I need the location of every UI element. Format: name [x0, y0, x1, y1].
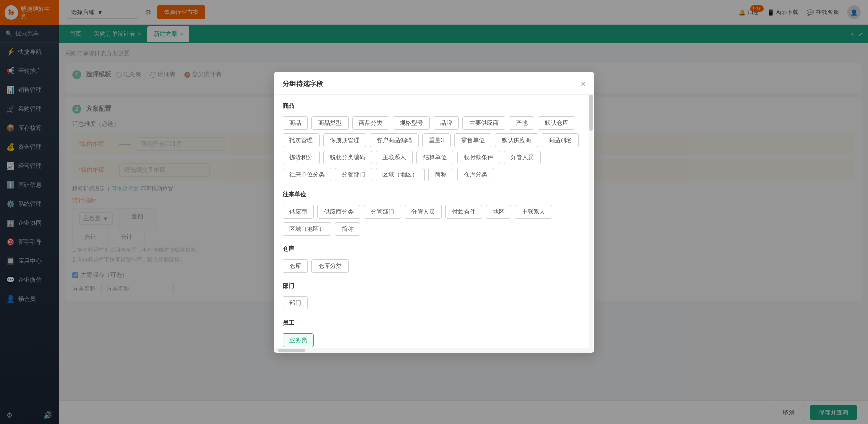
section-warehouse-title: 仓库: [283, 245, 585, 255]
field-tag[interactable]: 品牌: [434, 116, 459, 130]
section-department-title: 部门: [283, 282, 585, 292]
field-tag[interactable]: 供应商分类: [317, 205, 360, 219]
field-tag[interactable]: 付款条件: [445, 205, 482, 219]
field-tag[interactable]: 重量3: [422, 133, 451, 147]
goods-fields: 商品 商品类型 商品分类 规格型号 品牌 主要供应商 产地 默认仓库 批次管理 …: [283, 116, 585, 181]
field-tag[interactable]: 收付款条件: [457, 151, 500, 164]
field-tag[interactable]: 简称: [335, 222, 360, 236]
section-goods-title: 商品: [283, 102, 585, 112]
field-tag[interactable]: 税收分类编码: [323, 151, 372, 164]
field-tag[interactable]: 分管人员: [504, 151, 541, 164]
counterparty-fields: 供应商 供应商分类 分管部门 分管人员 付款条件 地区 主联系人 区域（地区） …: [283, 205, 585, 236]
section-goods: 商品 商品 商品类型 商品分类 规格型号 品牌 主要供应商 产地 默认仓库 批次…: [283, 102, 585, 181]
field-tag[interactable]: 商品类型: [311, 116, 349, 130]
field-tag[interactable]: 默认供应商: [495, 133, 538, 147]
dialog-scrollbar-track: [589, 95, 593, 348]
field-tag[interactable]: 区域（地区）: [376, 168, 425, 181]
field-tag[interactable]: 产地: [509, 116, 534, 130]
field-tag[interactable]: 批次管理: [283, 133, 320, 147]
section-counterparty: 往来单位 供应商 供应商分类 分管部门 分管人员 付款条件 地区 主联系人 区域…: [283, 191, 585, 236]
field-tag[interactable]: 零售单位: [454, 133, 491, 147]
section-warehouse: 仓库 仓库 仓库分类: [283, 245, 585, 273]
field-tag[interactable]: 默认仓库: [538, 116, 575, 130]
dialog-overlay: 分组待选字段 × 商品 商品 商品类型 商品分类 规格型号 品牌 主要供应商 产…: [0, 0, 868, 424]
field-tag[interactable]: 仓库分类: [457, 168, 494, 181]
dialog-hscroll: [274, 348, 594, 353]
field-tag[interactable]: 仓库分类: [311, 259, 349, 273]
dialog-body[interactable]: 商品 商品 商品类型 商品分类 规格型号 品牌 主要供应商 产地 默认仓库 批次…: [274, 95, 594, 348]
section-department: 部门 部门: [283, 282, 585, 310]
department-fields: 部门: [283, 296, 585, 310]
field-tag[interactable]: 拣货积分: [283, 151, 320, 164]
field-tag[interactable]: 供应商: [283, 205, 314, 219]
dialog: 分组待选字段 × 商品 商品 商品类型 商品分类 规格型号 品牌 主要供应商 产…: [274, 72, 594, 353]
dialog-title: 分组待选字段: [283, 80, 323, 88]
field-tag[interactable]: 分管部门: [335, 168, 372, 181]
section-employee: 员工 业务员: [283, 319, 585, 347]
field-tag[interactable]: 分管人员: [405, 205, 442, 219]
field-tag[interactable]: 区域（地区）: [283, 222, 331, 236]
field-tag[interactable]: 客户商品编码: [370, 133, 419, 147]
field-tag[interactable]: 部门: [283, 296, 308, 310]
field-tag[interactable]: 主联系人: [515, 205, 552, 219]
field-tag[interactable]: 保质期管理: [323, 133, 366, 147]
field-tag[interactable]: 主联系人: [376, 151, 413, 164]
field-tag[interactable]: 简称: [428, 168, 453, 181]
warehouse-fields: 仓库 仓库分类: [283, 259, 585, 273]
dialog-hscroll-thumb[interactable]: [278, 349, 305, 352]
dialog-scrollbar-thumb[interactable]: [589, 95, 593, 131]
field-tag[interactable]: 商品分类: [352, 116, 389, 130]
field-tag-employee[interactable]: 业务员: [283, 333, 314, 347]
field-tag[interactable]: 主要供应商: [462, 116, 505, 130]
field-tag[interactable]: 商品别名: [542, 133, 579, 147]
section-employee-title: 员工: [283, 319, 585, 329]
field-tag[interactable]: 仓库: [283, 259, 308, 273]
field-tag[interactable]: 分管部门: [364, 205, 401, 219]
dialog-close-button[interactable]: ×: [580, 79, 585, 89]
field-tag[interactable]: 往来单位分类: [283, 168, 331, 181]
section-counterparty-title: 往来单位: [283, 191, 585, 200]
dialog-header: 分组待选字段 ×: [274, 72, 594, 95]
field-tag[interactable]: 结算单位: [416, 151, 453, 164]
field-tag[interactable]: 规格型号: [393, 116, 430, 130]
employee-fields: 业务员: [283, 333, 585, 347]
field-tag[interactable]: 地区: [486, 205, 511, 219]
field-tag[interactable]: 商品: [283, 116, 308, 130]
